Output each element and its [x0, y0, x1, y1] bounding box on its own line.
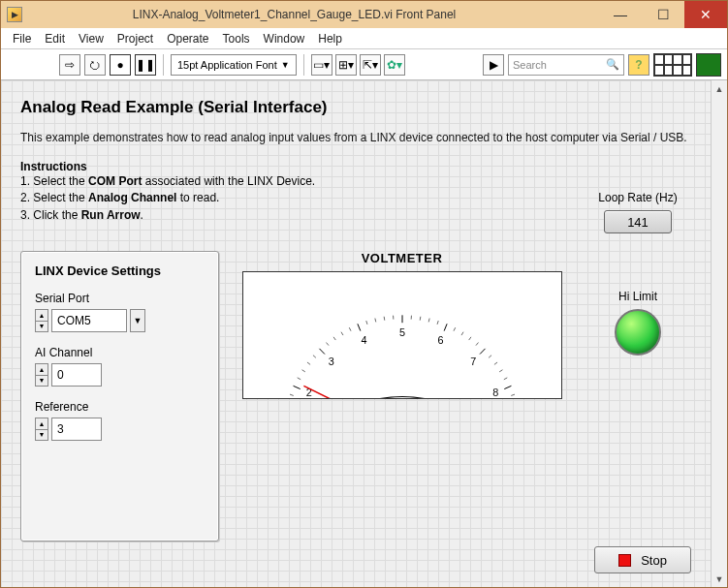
- svg-line-21: [340, 332, 342, 335]
- svg-line-13: [297, 378, 300, 380]
- serial-port-select[interactable]: COM5: [51, 309, 127, 332]
- search-icon-button[interactable]: ▶: [483, 54, 504, 76]
- minimize-button[interactable]: —: [599, 1, 642, 28]
- window-title: LINX-Analog_Voltmeter1_Channel_Gauge_LED…: [0, 8, 599, 21]
- svg-line-19: [326, 343, 329, 346]
- spin-down-icon: ▼: [36, 430, 47, 441]
- reorder-button[interactable]: ✿▾: [384, 54, 405, 76]
- svg-text:5: 5: [398, 326, 404, 338]
- separator: [303, 54, 304, 76]
- svg-line-44: [493, 362, 496, 364]
- svg-line-15: [306, 362, 309, 364]
- svg-line-25: [365, 321, 366, 325]
- svg-line-48: [504, 387, 511, 389]
- magnifier-icon: 🔍: [606, 58, 619, 71]
- instruction-line: 1. Select the COM Port associated with t…: [20, 173, 691, 190]
- voltmeter-column: VOLTMETER 012345678910: [235, 251, 569, 399]
- stop-button[interactable]: Stop: [594, 546, 691, 573]
- content-wrap: Analog Read Example (Serial Interface) T…: [1, 80, 727, 587]
- reference-spinner[interactable]: ▲▼: [35, 418, 48, 441]
- titlebar: ▶ LINX-Analog_Voltmeter1_Channel_Gauge_L…: [1, 1, 727, 28]
- svg-line-34: [437, 321, 438, 325]
- vi-icon[interactable]: [696, 53, 721, 77]
- reference-input[interactable]: [51, 418, 102, 441]
- menu-file[interactable]: File: [13, 32, 31, 46]
- menu-tools[interactable]: Tools: [223, 32, 250, 46]
- serial-port-label: Serial Port: [35, 292, 205, 305]
- reference-label: Reference: [35, 400, 205, 414]
- svg-line-62: [303, 387, 402, 399]
- ai-channel-input[interactable]: [51, 363, 102, 387]
- search-area: ▶ Search 🔍 ?: [409, 53, 721, 77]
- spin-up-icon: ▲: [36, 418, 47, 430]
- svg-line-33: [428, 319, 429, 323]
- svg-line-36: [444, 324, 447, 330]
- spin-up-icon: ▲: [36, 364, 47, 376]
- svg-line-39: [468, 337, 470, 340]
- svg-line-42: [480, 349, 485, 355]
- svg-line-16: [312, 356, 315, 358]
- svg-line-18: [319, 349, 324, 355]
- menu-view[interactable]: View: [79, 32, 104, 46]
- instructions-heading: Instructions: [20, 160, 691, 173]
- grid-icon[interactable]: [653, 53, 692, 77]
- voltmeter-title: VOLTMETER: [362, 251, 443, 265]
- svg-line-49: [511, 394, 515, 395]
- resize-objects-button[interactable]: ⇱▾: [360, 54, 381, 76]
- spin-up-icon: ▲: [36, 310, 47, 322]
- hi-limit-label: Hi Limit: [618, 290, 657, 303]
- menu-edit[interactable]: Edit: [45, 32, 65, 46]
- scroll-track: [712, 97, 727, 571]
- scroll-up-icon: ▲: [712, 80, 727, 97]
- svg-line-24: [357, 324, 360, 330]
- window-buttons: — ☐ ✕: [599, 1, 727, 28]
- help-button[interactable]: ?: [628, 54, 649, 76]
- abort-button[interactable]: ●: [110, 54, 131, 76]
- svg-line-38: [461, 332, 463, 335]
- font-label: 15pt Application Font: [177, 59, 277, 71]
- stop-icon: [618, 554, 631, 567]
- svg-text:6: 6: [437, 334, 443, 346]
- font-select[interactable]: 15pt Application Font ▼: [171, 54, 297, 76]
- svg-line-12: [293, 387, 300, 389]
- front-panel: Analog Read Example (Serial Interface) T…: [1, 80, 711, 587]
- serial-port-dropdown[interactable]: ▼: [130, 309, 145, 332]
- settings-panel-title: LINX Device Settings: [35, 263, 205, 278]
- menu-operate[interactable]: Operate: [167, 32, 208, 46]
- svg-text:8: 8: [492, 387, 498, 398]
- spin-down-icon: ▼: [36, 322, 47, 332]
- reference-row: ▲▼: [35, 418, 205, 441]
- pause-button[interactable]: ❚❚: [135, 54, 156, 76]
- svg-text:4: 4: [361, 334, 366, 346]
- run-button[interactable]: ⇨: [59, 54, 80, 76]
- vertical-scrollbar[interactable]: ▲ ▼: [711, 80, 727, 587]
- maximize-button[interactable]: ☐: [642, 1, 684, 28]
- svg-line-14: [301, 370, 304, 372]
- close-button[interactable]: ✕: [684, 1, 727, 28]
- svg-line-45: [499, 370, 502, 372]
- svg-line-20: [333, 337, 335, 340]
- chevron-down-icon: ▼: [281, 60, 290, 70]
- run-continuous-button[interactable]: ⭮: [84, 54, 106, 76]
- menubar: File Edit View Project Operate Tools Win…: [1, 28, 727, 49]
- align-objects-button[interactable]: ▭▾: [311, 54, 332, 76]
- menu-project[interactable]: Project: [117, 32, 153, 46]
- page-description: This example demonstrates how to read an…: [20, 131, 691, 144]
- stop-label: Stop: [641, 553, 667, 568]
- window-root: ▶ LINX-Analog_Voltmeter1_Channel_Gauge_L…: [0, 0, 728, 588]
- svg-text:3: 3: [328, 356, 333, 367]
- ai-channel-label: AI Channel: [35, 346, 205, 359]
- menu-window[interactable]: Window: [264, 32, 305, 46]
- menu-help[interactable]: Help: [318, 32, 342, 46]
- svg-line-46: [503, 378, 506, 380]
- align-tools: ▭▾ ⊞▾ ⇱▾ ✿▾: [311, 54, 405, 76]
- svg-line-26: [374, 319, 375, 323]
- loop-rate-indicator: 141: [604, 210, 672, 233]
- serial-port-spinner[interactable]: ▲▼: [35, 309, 48, 332]
- search-input[interactable]: Search 🔍: [508, 54, 624, 76]
- ai-channel-row: ▲▼: [35, 363, 205, 387]
- ai-channel-spinner[interactable]: ▲▼: [35, 363, 48, 387]
- svg-line-37: [453, 327, 455, 331]
- distribute-objects-button[interactable]: ⊞▾: [335, 54, 357, 76]
- voltmeter-gauge: 012345678910: [242, 271, 562, 399]
